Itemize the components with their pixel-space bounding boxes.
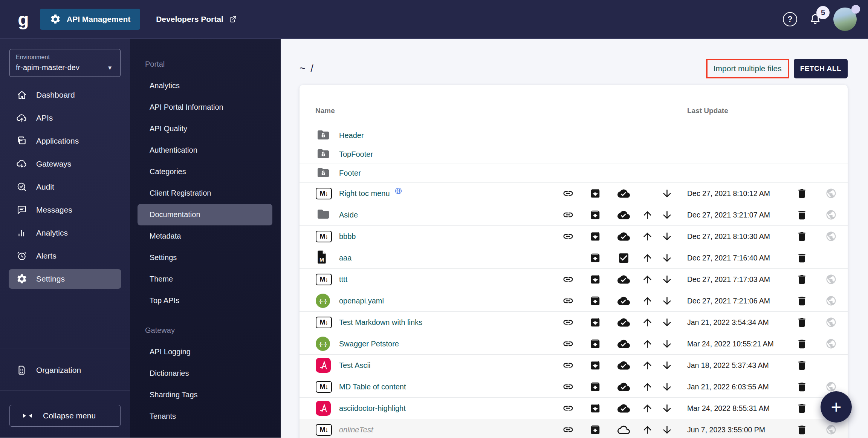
- publish-globe-icon[interactable]: [825, 231, 837, 242]
- document-name-link[interactable]: tttt: [339, 275, 347, 284]
- sidebar-item-applications[interactable]: Applications: [9, 131, 121, 151]
- settings-item-sharding-tags[interactable]: Sharding Tags: [138, 384, 272, 406]
- move-down-icon[interactable]: [661, 338, 673, 350]
- link-icon[interactable]: [562, 231, 574, 242]
- link-icon[interactable]: [562, 188, 574, 199]
- publish-globe-icon[interactable]: [825, 424, 837, 435]
- move-down-icon[interactable]: [661, 274, 673, 285]
- move-up-icon[interactable]: [642, 403, 653, 414]
- move-up-icon[interactable]: [642, 424, 653, 436]
- delete-icon[interactable]: [796, 274, 808, 285]
- move-up-icon[interactable]: [642, 252, 653, 264]
- publish-globe-icon[interactable]: [825, 274, 837, 285]
- delete-icon[interactable]: [796, 209, 808, 221]
- settings-item-api-quality[interactable]: API Quality: [138, 118, 272, 139]
- settings-item-top-apis[interactable]: Top APIs: [138, 290, 272, 311]
- settings-item-dictionaries[interactable]: Dictionaries: [138, 363, 272, 384]
- move-up-icon[interactable]: [642, 231, 653, 242]
- move-up-icon[interactable]: [642, 274, 653, 285]
- delete-icon[interactable]: [796, 360, 808, 371]
- document-name-link[interactable]: aaa: [339, 254, 351, 262]
- add-page-button[interactable]: +: [821, 391, 852, 423]
- sidebar-item-analytics[interactable]: Analytics: [9, 223, 121, 243]
- sidebar-item-dashboard[interactable]: Dashboard: [9, 85, 121, 105]
- move-up-icon[interactable]: [642, 317, 653, 328]
- settings-item-authentication[interactable]: Authentication: [138, 139, 272, 161]
- link-icon[interactable]: [562, 338, 574, 349]
- move-up-icon[interactable]: [642, 338, 653, 350]
- document-name-link[interactable]: openapi.yaml: [339, 297, 384, 305]
- sidebar-item-apis[interactable]: APIs: [9, 108, 121, 128]
- move-up-icon[interactable]: [642, 295, 653, 307]
- link-icon[interactable]: [562, 360, 574, 371]
- settings-item-api-portal-information[interactable]: API Portal Information: [138, 96, 272, 118]
- move-down-icon[interactable]: [661, 252, 673, 264]
- developers-portal-link[interactable]: Developers Portal: [156, 15, 237, 24]
- sidebar-item-audit[interactable]: Audit: [9, 177, 121, 197]
- move-down-icon[interactable]: [661, 295, 673, 307]
- document-name-link[interactable]: Aside: [339, 211, 358, 219]
- document-name-link[interactable]: Test Ascii: [339, 361, 370, 370]
- document-name-link[interactable]: Swagger Petstore: [339, 340, 399, 348]
- settings-item-api-logging[interactable]: API Logging: [138, 341, 272, 363]
- delete-icon[interactable]: [796, 403, 808, 414]
- move-down-icon[interactable]: [661, 188, 673, 199]
- delete-icon[interactable]: [796, 231, 808, 242]
- delete-icon[interactable]: [796, 295, 808, 307]
- sidebar-item-settings[interactable]: Settings: [9, 269, 121, 289]
- move-down-icon[interactable]: [661, 317, 673, 328]
- notifications-button[interactable]: 5: [808, 12, 822, 26]
- move-up-icon[interactable]: [642, 381, 653, 393]
- sidebar-item-messages[interactable]: Messages: [9, 200, 121, 220]
- settings-item-settings[interactable]: Settings: [138, 247, 272, 268]
- document-name-link[interactable]: bbbb: [339, 232, 356, 241]
- publish-globe-icon[interactable]: [825, 209, 837, 221]
- link-icon[interactable]: [562, 424, 574, 435]
- link-icon[interactable]: [562, 381, 574, 392]
- delete-icon[interactable]: [796, 188, 808, 199]
- link-icon[interactable]: [562, 295, 574, 306]
- move-down-icon[interactable]: [661, 360, 673, 371]
- move-down-icon[interactable]: [661, 231, 673, 242]
- document-name-link[interactable]: MD Table of content: [339, 383, 406, 391]
- link-icon[interactable]: [562, 317, 574, 328]
- settings-item-client-registration[interactable]: Client Registration: [138, 182, 272, 204]
- delete-icon[interactable]: [796, 424, 808, 436]
- publish-globe-icon[interactable]: [825, 295, 837, 306]
- document-name-link[interactable]: Right toc menu: [339, 189, 390, 198]
- gravitee-logo[interactable]: g: [11, 9, 35, 30]
- link-icon[interactable]: [562, 209, 574, 221]
- settings-item-categories[interactable]: Categories: [138, 161, 272, 182]
- move-down-icon[interactable]: [661, 403, 673, 414]
- delete-icon[interactable]: [796, 381, 808, 393]
- import-multiple-files-button[interactable]: Import multiple files: [706, 59, 789, 78]
- delete-icon[interactable]: [796, 317, 808, 328]
- settings-item-analytics[interactable]: Analytics: [138, 75, 272, 96]
- collapse-menu-button[interactable]: Collapse menu: [9, 405, 121, 427]
- link-icon[interactable]: [562, 403, 574, 414]
- publish-globe-icon[interactable]: [825, 188, 837, 199]
- move-down-icon[interactable]: [661, 209, 673, 221]
- api-management-button[interactable]: API Management: [40, 9, 140, 30]
- document-name-link[interactable]: Footer: [339, 169, 361, 178]
- sidebar-item-gateways[interactable]: Gateways: [9, 154, 121, 174]
- document-name-link[interactable]: onlineTest: [339, 426, 373, 434]
- link-icon[interactable]: [562, 274, 574, 285]
- publish-globe-icon[interactable]: [825, 338, 837, 349]
- document-name-link[interactable]: Header: [339, 131, 364, 140]
- move-down-icon[interactable]: [661, 381, 673, 393]
- sidebar-item-organization[interactable]: Organization: [9, 360, 121, 380]
- environment-selector[interactable]: Environment fr-apim-master-dev ▼: [9, 49, 121, 77]
- move-down-icon[interactable]: [661, 424, 673, 436]
- publish-globe-icon[interactable]: [825, 381, 837, 392]
- document-name-link[interactable]: Test Markdown with links: [339, 318, 422, 327]
- settings-item-documentation[interactable]: Documentation: [138, 204, 272, 225]
- breadcrumb[interactable]: ~ /: [300, 63, 315, 75]
- delete-icon[interactable]: [796, 338, 808, 350]
- settings-item-tenants[interactable]: Tenants: [138, 406, 272, 427]
- document-name-link[interactable]: TopFooter: [339, 150, 373, 159]
- move-up-icon[interactable]: [642, 360, 653, 371]
- user-avatar[interactable]: [833, 8, 857, 31]
- delete-icon[interactable]: [796, 252, 808, 264]
- sidebar-item-alerts[interactable]: Alerts: [9, 246, 121, 266]
